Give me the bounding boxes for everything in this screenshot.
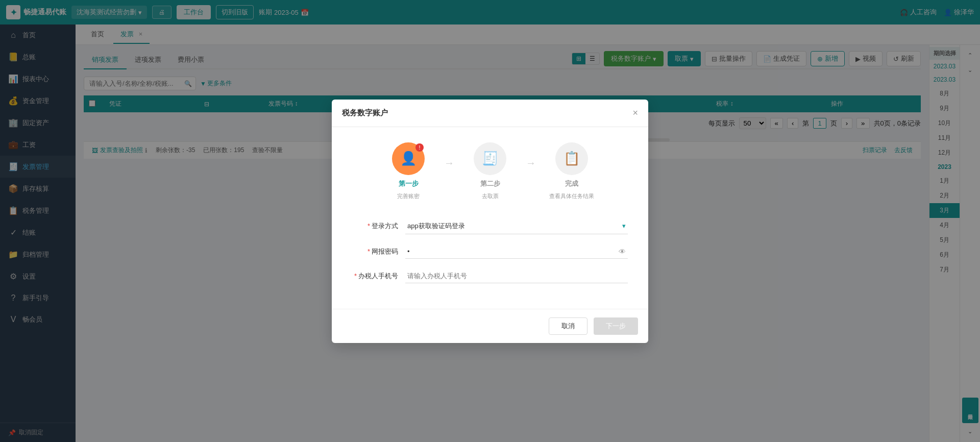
step-arrow-2: → [526,157,536,169]
step-1-error-dot: ! [415,143,424,152]
modal-title: 税务数字账户 [342,108,388,118]
modal-overlay: 税务数字账户 × 👤 ! 第一步 完善账密 → [0,0,980,442]
phone-label: 办税人手机号 [352,272,398,281]
login-method-row: 登录方式 app获取验证码登录 ▾ [352,218,628,234]
phone-row: 办税人手机号 [352,269,628,283]
step-1-icon: 👤 [400,151,416,166]
step-2: 🧾 第二步 去取票 [454,142,526,200]
phone-input[interactable] [405,269,628,283]
step-2-desc: 去取票 [482,192,499,200]
next-step-button[interactable]: 下一步 [594,317,638,335]
modal-close-button[interactable]: × [632,108,638,118]
login-method-select[interactable]: app获取验证码登录 ▾ [405,218,628,234]
password-eye-icon[interactable]: 👁 [619,248,626,256]
step-3: 📋 完成 查看具体任务结果 [536,142,607,200]
password-input[interactable] [405,244,628,259]
password-field-wrapper: 👁 [405,244,628,259]
login-method-label: 登录方式 [352,222,398,231]
step-2-icon: 🧾 [482,151,498,166]
steps-container: 👤 ! 第一步 完善账密 → 🧾 第二步 去取票 → [352,142,628,200]
step-2-label: 第二步 [480,179,500,188]
step-3-icon: 📋 [564,151,580,166]
tax-digital-modal: 税务数字账户 × 👤 ! 第一步 完善账密 → [332,100,648,343]
modal-body: 👤 ! 第一步 完善账密 → 🧾 第二步 去取票 → [332,127,648,309]
step-3-desc: 查看具体任务结果 [549,192,594,200]
step-1: 👤 ! 第一步 完善账密 [373,142,444,200]
modal-header: 税务数字账户 × [332,100,648,127]
step-3-circle: 📋 [555,142,588,175]
step-1-label: 第一步 [399,179,419,188]
password-row: 网报密码 👁 [352,244,628,259]
cancel-button[interactable]: 取消 [549,317,587,335]
password-label: 网报密码 [352,247,398,256]
step-2-circle: 🧾 [474,142,506,175]
step-1-desc: 完善账密 [397,192,420,200]
select-arrow-icon: ▾ [622,222,626,230]
step-3-label: 完成 [565,179,578,188]
step-1-circle: 👤 ! [392,142,425,175]
modal-footer: 取消 下一步 [332,309,648,343]
step-arrow-1: → [444,157,454,169]
